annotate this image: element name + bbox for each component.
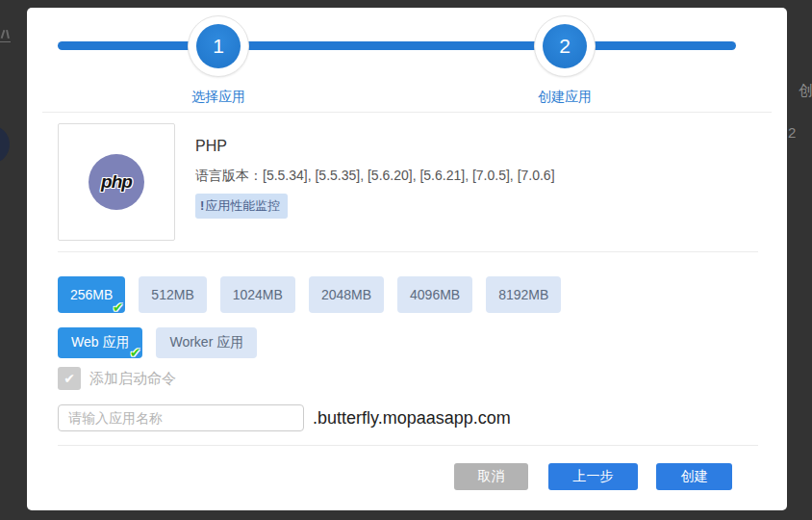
- background-text-fragment: [0, 28, 11, 42]
- app-versions: 语言版本：[5.5.34], [5.5.35], [5.6.20], [5.6.…: [195, 168, 555, 185]
- exclamation-icon: !: [200, 198, 204, 213]
- create-button[interactable]: 创建: [656, 463, 732, 490]
- type-option-label: Worker 应用: [169, 334, 243, 351]
- background-text-right: 创: [799, 82, 812, 100]
- memory-options-row: 256MB ✔ 512MB 1024MB 2048MB 4096MB 8192M…: [58, 276, 561, 313]
- memory-option-256mb[interactable]: 256MB ✔: [58, 276, 125, 313]
- domain-suffix: .butterfly.mopaasapp.com: [313, 408, 511, 429]
- startup-command-row: ✔ 添加启动命令: [58, 367, 176, 390]
- app-performance-tag-label: 应用性能监控: [205, 198, 280, 213]
- divider: [58, 251, 758, 252]
- app-name-input[interactable]: [58, 404, 304, 431]
- check-icon: ✔: [63, 371, 75, 386]
- step-2-number: 2: [543, 24, 587, 68]
- previous-step-button[interactable]: 上一步: [548, 463, 638, 490]
- check-icon: ✔: [130, 345, 141, 360]
- create-app-modal: 1 2 选择应用 创建应用 php PHP 语言版本：[5.5.34], [5.…: [27, 8, 787, 510]
- memory-option-label: 256MB: [70, 287, 113, 302]
- startup-command-checkbox[interactable]: ✔: [58, 367, 81, 390]
- memory-option-label: 2048MB: [321, 287, 371, 302]
- stepper-progress-bar: [58, 41, 736, 50]
- background-logo-circle: [0, 125, 10, 164]
- background-number-right: 2: [788, 124, 796, 141]
- divider: [58, 445, 758, 446]
- type-option-web[interactable]: Web 应用 ✔: [58, 327, 142, 358]
- memory-option-4096mb[interactable]: 4096MB: [397, 276, 472, 313]
- check-icon: ✔: [113, 299, 124, 315]
- app-name: PHP: [195, 138, 227, 155]
- step-2-label: 创建应用: [507, 89, 622, 106]
- type-option-worker[interactable]: Worker 应用: [156, 327, 257, 358]
- app-logo-box: php: [58, 123, 175, 241]
- type-option-label: Web 应用: [71, 334, 129, 351]
- memory-option-2048mb[interactable]: 2048MB: [309, 276, 384, 313]
- memory-option-8192mb[interactable]: 8192MB: [486, 276, 561, 313]
- step-2-circle: 2: [534, 15, 596, 77]
- step-1-number: 1: [196, 24, 241, 68]
- step-1-circle: 1: [188, 15, 249, 77]
- php-logo-text: php: [101, 171, 132, 193]
- memory-option-label: 512MB: [151, 287, 193, 302]
- memory-option-label: 4096MB: [410, 287, 460, 302]
- memory-option-512mb[interactable]: 512MB: [139, 276, 206, 313]
- startup-command-label: 添加启动命令: [89, 370, 176, 388]
- step-1-label: 选择应用: [161, 89, 276, 106]
- app-name-row: .butterfly.mopaasapp.com: [58, 404, 511, 431]
- memory-option-label: 1024MB: [233, 287, 283, 302]
- cancel-button[interactable]: 取消: [454, 463, 528, 490]
- memory-option-1024mb[interactable]: 1024MB: [220, 276, 295, 313]
- memory-option-label: 8192MB: [498, 287, 548, 302]
- app-type-row: Web 应用 ✔ Worker 应用: [58, 327, 257, 358]
- divider: [42, 112, 772, 113]
- php-logo-icon: php: [89, 154, 144, 210]
- app-performance-tag: !应用性能监控: [195, 194, 288, 219]
